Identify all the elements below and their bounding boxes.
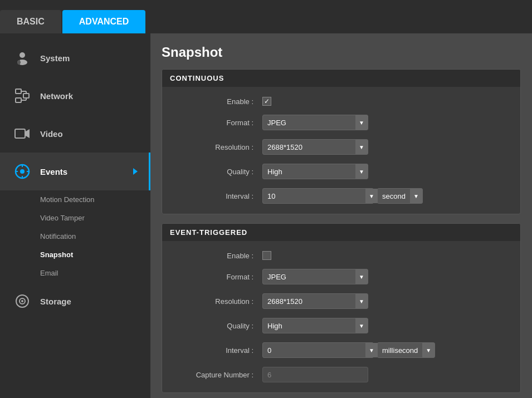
continuous-format-select[interactable]: JPEG ▼ [262,115,368,130]
continuous-interval-unit-value: second [378,192,410,200]
sidebar-item-storage[interactable]: Storage [0,282,150,320]
continuous-interval-field[interactable]: 10 [263,189,365,203]
svg-point-0 [19,52,25,58]
event-enable-control [262,251,509,260]
event-capture-number-value: 6 [267,371,271,379]
continuous-interval-unit-select[interactable]: second ▼ [377,188,423,204]
event-capture-number-row: Capture Number : 6 [162,362,520,387]
continuous-format-value: JPEG [263,115,355,130]
events-arrow-icon [133,168,138,175]
storage-icon [11,290,33,312]
event-format-arrow-icon[interactable]: ▼ [355,269,368,284]
sidebar-label-events: Events [40,167,67,176]
continuous-format-row: Format : JPEG ▼ [162,110,520,135]
sidebar-item-system[interactable]: System [0,39,150,77]
main-layout: System Network [0,33,532,398]
sidebar-label-video: Video [40,129,63,139]
event-capture-number-field: 6 [262,367,368,382]
tab-basic[interactable]: BASIC [0,10,61,33]
svg-rect-6 [23,94,29,98]
event-enable-label: Enable : [173,252,262,260]
event-enable-checkbox[interactable] [262,251,271,260]
video-icon [11,122,33,145]
sidebar-item-video-tamper[interactable]: Video Tamper [0,209,150,227]
continuous-resolution-label: Resolution : [173,143,262,151]
svg-marker-12 [26,129,30,138]
sidebar-item-events[interactable]: Events [0,153,150,190]
sidebar-label-system: System [40,53,70,63]
event-capture-number-control: 6 [262,367,509,382]
svg-point-21 [21,300,23,302]
continuous-enable-checkbox[interactable] [262,97,271,106]
svg-point-14 [20,169,25,174]
events-submenu: Motion Detection Video Tamper Notificati… [0,190,150,282]
event-format-control: JPEG ▼ [262,269,509,284]
continuous-quality-arrow-icon[interactable]: ▼ [355,164,368,179]
event-interval-arrow-icon[interactable]: ▼ [365,343,378,357]
event-interval-unit-value: millisecond [378,346,422,355]
event-interval-unit-select[interactable]: millisecond ▼ [377,342,435,358]
events-icon [11,160,33,183]
event-resolution-select[interactable]: 2688*1520 ▼ [262,293,368,309]
continuous-enable-row: Enable : [162,92,520,110]
event-resolution-row: Resolution : 2688*1520 ▼ [162,289,520,313]
event-format-label: Format : [173,273,262,281]
event-resolution-arrow-icon[interactable]: ▼ [355,294,368,308]
event-quality-value: High [263,318,355,333]
continuous-resolution-arrow-icon[interactable]: ▼ [355,140,368,154]
event-triggered-body: Enable : Format : JPEG ▼ [162,241,520,392]
sidebar-label-network: Network [40,91,73,101]
sidebar-item-snapshot[interactable]: Snapshot [0,245,150,264]
continuous-header: CONTINUOUS [162,70,520,87]
event-resolution-value: 2688*1520 [263,294,355,308]
continuous-quality-label: Quality : [173,168,262,176]
event-quality-row: Quality : High ▼ [162,313,520,338]
continuous-quality-row: Quality : High ▼ [162,159,520,184]
svg-rect-11 [15,129,25,138]
continuous-quality-value: High [263,164,355,179]
sidebar-item-email[interactable]: Email [0,264,150,282]
sidebar-item-network[interactable]: Network [0,77,150,115]
event-quality-arrow-icon[interactable]: ▼ [355,318,368,333]
tab-advanced[interactable]: ADVANCED [62,10,145,33]
continuous-quality-select[interactable]: High ▼ [262,164,368,179]
content-area: Snapshot CONTINUOUS Enable : Format : [150,33,532,398]
sidebar: System Network [0,33,150,398]
event-quality-select[interactable]: High ▼ [262,318,368,333]
continuous-format-control: JPEG ▼ [262,115,509,130]
continuous-format-label: Format : [173,119,262,127]
continuous-resolution-control: 2688*1520 ▼ [262,139,509,155]
continuous-enable-label: Enable : [173,97,262,106]
svg-rect-4 [16,89,21,94]
event-interval-field[interactable]: 0 [263,343,365,357]
network-icon [11,85,33,107]
continuous-resolution-select[interactable]: 2688*1520 ▼ [262,139,368,155]
sidebar-item-notification[interactable]: Notification [0,227,150,245]
sidebar-item-motion-detection[interactable]: Motion Detection [0,190,150,209]
event-format-select[interactable]: JPEG ▼ [262,269,368,284]
event-enable-row: Enable : [162,247,520,264]
continuous-resolution-value: 2688*1520 [263,140,355,154]
sidebar-label-storage: Storage [40,297,71,306]
event-interval-input[interactable]: 0 ▼ [262,342,374,358]
continuous-body: Enable : Format : JPEG ▼ [162,87,520,214]
continuous-section: CONTINUOUS Enable : Format : JPEG ▼ [162,69,521,214]
event-interval-control: 0 ▼ millisecond ▼ [262,342,509,358]
continuous-unit-arrow-icon[interactable]: ▼ [410,189,422,203]
continuous-format-arrow-icon[interactable]: ▼ [355,115,368,130]
continuous-interval-control: 10 ▼ second ▼ [262,188,509,204]
continuous-interval-arrow-icon[interactable]: ▼ [365,189,378,203]
event-resolution-label: Resolution : [173,297,262,306]
event-quality-label: Quality : [173,322,262,330]
continuous-quality-control: High ▼ [262,164,509,179]
continuous-interval-input[interactable]: 10 ▼ [262,188,374,204]
event-triggered-header: EVENT-TRIGGERED [162,224,520,241]
event-format-row: Format : JPEG ▼ [162,264,520,289]
svg-rect-5 [16,98,21,102]
person-icon [11,47,33,69]
sidebar-item-video[interactable]: Video [0,115,150,153]
page-title: Snapshot [162,45,521,60]
event-format-value: JPEG [263,269,355,284]
event-triggered-section: EVENT-TRIGGERED Enable : Format : JPEG [162,223,521,393]
event-unit-arrow-icon[interactable]: ▼ [422,343,435,357]
